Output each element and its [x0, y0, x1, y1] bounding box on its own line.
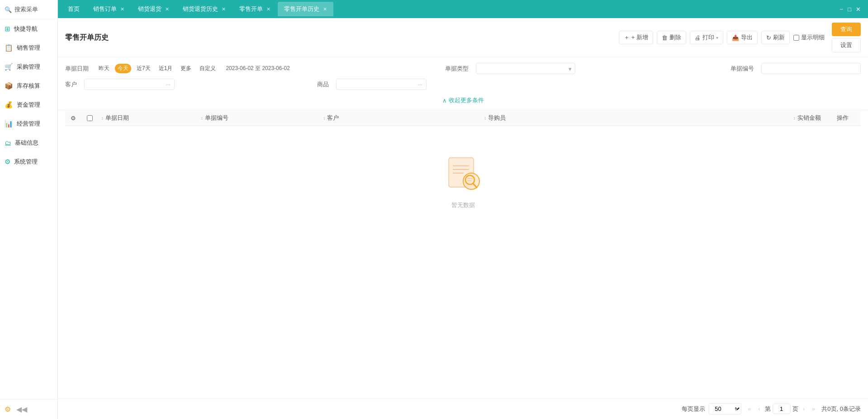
customer-input[interactable]: ···: [84, 79, 175, 90]
sidebar-search-label: 搜索采单: [14, 5, 38, 14]
close-tab-retail-history[interactable]: ✕: [323, 6, 327, 12]
collapse-icon: ∧: [442, 97, 447, 104]
sidebar-item-sys-mgmt[interactable]: ⚙ 系统管理: [0, 152, 57, 171]
add-icon: ＋: [624, 33, 630, 42]
window-max-button[interactable]: □: [848, 6, 851, 13]
customer-ellipsis-icon: ···: [166, 81, 171, 88]
page-total-info: 共0页, 0条记录: [821, 405, 861, 413]
per-page-select[interactable]: 20 50 100 200: [709, 403, 741, 414]
tab-retail-history-label: 零售开单历史: [284, 5, 319, 13]
th-customer[interactable]: ↕ 客户: [319, 114, 480, 122]
print-dropdown-icon: ▾: [716, 35, 718, 40]
sidebar-item-purchase-mgmt[interactable]: 🛒 采购管理: [0, 57, 57, 76]
sys-mgmt-icon: ⚙: [5, 158, 10, 166]
collapse-sidebar-icon[interactable]: ◀◀: [16, 405, 27, 414]
th-settings[interactable]: ⚙: [65, 115, 81, 122]
toolbar: ＋ + 新增 🗑 删除 🖨 打印 ▾ 📤 导出 ↻: [619, 23, 861, 52]
sidebar-item-base-info[interactable]: 🗂 基础信息: [0, 133, 57, 152]
sidebar-item-quick-nav[interactable]: ⊞ 快捷导航: [0, 19, 57, 38]
th-ops: 操作: [825, 114, 861, 122]
sort-icon-left: ↕: [484, 116, 486, 121]
prev-page-button[interactable]: ‹: [755, 404, 763, 414]
tab-sales-return[interactable]: 销货退货 ✕: [132, 2, 175, 16]
sidebar-item-label: 销售管理: [17, 44, 40, 52]
th-check[interactable]: [81, 115, 98, 121]
sort-icon-left: ↕: [101, 116, 104, 121]
next-page-button[interactable]: ›: [800, 404, 807, 414]
collapse-label: 收起更多条件: [449, 96, 484, 104]
page-nav: « ‹ 第 页 › »: [745, 404, 818, 414]
tab-sales-order-label: 销售订单: [93, 5, 117, 13]
order-type-select[interactable]: [476, 63, 575, 74]
th-order-no[interactable]: ↕ 单据编号: [197, 114, 320, 122]
tab-sales-order[interactable]: 销售订单 ✕: [87, 2, 131, 16]
sidebar-item-label: 采购管理: [17, 63, 40, 71]
date-7days[interactable]: 近7天: [134, 64, 153, 73]
export-button[interactable]: 📤 导出: [727, 31, 758, 44]
sort-icon-left: ↕: [201, 116, 203, 121]
query-button[interactable]: 查询: [832, 23, 861, 36]
setting-label: 设置: [840, 42, 852, 48]
close-tab-sales-order[interactable]: ✕: [120, 6, 124, 12]
first-page-button[interactable]: «: [745, 404, 754, 414]
pagination: 每页显示 20 50 100 200 « ‹ 第 页 › » 共0页, 0条记录: [58, 398, 868, 419]
sidebar: 🔍 搜索采单 ⊞ 快捷导航 📋 销售管理 🛒 采购管理 📦 库存核算 💰 资金管…: [0, 0, 58, 419]
delete-button[interactable]: 🗑 删除: [657, 31, 686, 44]
order-no-input[interactable]: [761, 63, 861, 74]
check-all-checkbox[interactable]: [87, 115, 93, 121]
window-min-button[interactable]: −: [840, 6, 844, 13]
base-info-icon: 🗂: [5, 139, 11, 147]
query-label: 查询: [840, 26, 852, 33]
refresh-button[interactable]: ↻ 刷新: [761, 31, 790, 44]
th-date[interactable]: ↕ 单据日期: [98, 114, 197, 122]
tab-retail-open-label: 零售开单: [239, 5, 263, 13]
per-page-select-wrap: 20 50 100 200: [709, 403, 741, 414]
add-button[interactable]: ＋ + 新增: [619, 31, 653, 44]
refresh-icon: ↻: [766, 34, 771, 41]
sidebar-search[interactable]: 🔍 搜索采单: [0, 0, 57, 19]
print-button[interactable]: 🖨 打印 ▾: [690, 31, 723, 44]
goods-input[interactable]: ···: [336, 79, 427, 90]
date-today[interactable]: 今天: [115, 64, 131, 73]
window-close-button[interactable]: ✕: [856, 6, 861, 13]
th-guide[interactable]: ↕ 导购员: [480, 114, 580, 122]
refresh-label: 刷新: [773, 33, 785, 42]
th-date-label: 单据日期: [105, 114, 129, 122]
tab-sales-return-history[interactable]: 销货退货历史 ✕: [176, 2, 232, 16]
tab-sales-return-label: 销货退货: [138, 5, 161, 13]
display-detail-checkbox[interactable]: 显示明细: [793, 33, 825, 42]
date-more[interactable]: 更多: [178, 64, 194, 73]
ops-mgmt-icon: 📊: [5, 120, 13, 128]
per-page-label: 每页显示: [682, 405, 705, 413]
page-header: 零售开单历史 ＋ + 新增 🗑 删除 🖨 打印 ▾ 📤 导出: [58, 18, 868, 57]
last-page-button[interactable]: »: [809, 404, 818, 414]
sidebar-item-ops-mgmt[interactable]: 📊 经营管理: [0, 114, 57, 133]
export-icon: 📤: [732, 34, 739, 41]
close-tab-retail-open[interactable]: ✕: [266, 6, 270, 12]
display-detail-check[interactable]: [793, 35, 799, 41]
setting-button[interactable]: 设置: [832, 38, 861, 52]
sidebar-item-finance[interactable]: 💰 资金管理: [0, 95, 57, 114]
date-custom[interactable]: 自定义: [197, 64, 218, 73]
close-tab-sales-return[interactable]: ✕: [165, 6, 169, 12]
collapse-more-btn[interactable]: ∧ 收起更多条件: [65, 94, 861, 108]
sidebar-item-sales-mgmt[interactable]: 📋 销售管理: [0, 38, 57, 57]
date-1month[interactable]: 近1月: [156, 64, 175, 73]
tab-home[interactable]: 首页: [62, 2, 86, 16]
settings-icon[interactable]: ⚙: [5, 405, 11, 414]
filter-row-1: 单据日期 昨天 今天 近7天 近1月 更多 自定义 2023-06-02 至 2…: [65, 63, 861, 74]
sidebar-item-label: 系统管理: [14, 158, 38, 166]
export-label: 导出: [741, 33, 753, 42]
empty-state: 暂无数据: [65, 126, 861, 236]
page-number-input[interactable]: [773, 404, 791, 414]
th-guide-label: 导购员: [488, 114, 506, 122]
th-amount[interactable]: ↕ 实销金额: [740, 114, 825, 122]
close-tab-sales-return-history[interactable]: ✕: [222, 6, 226, 12]
date-yesterday[interactable]: 昨天: [96, 64, 112, 73]
sidebar-item-inventory[interactable]: 📦 库存核算: [0, 76, 57, 95]
page-title: 零售开单历史: [65, 33, 109, 42]
tab-retail-open[interactable]: 零售开单 ✕: [233, 2, 277, 16]
tab-retail-history[interactable]: 零售开单历史 ✕: [278, 2, 333, 16]
table-container: ⚙ ↕ 单据日期 ↕ 单据编号 ↕ 客户: [65, 110, 861, 236]
sidebar-item-label: 基础信息: [15, 139, 38, 147]
